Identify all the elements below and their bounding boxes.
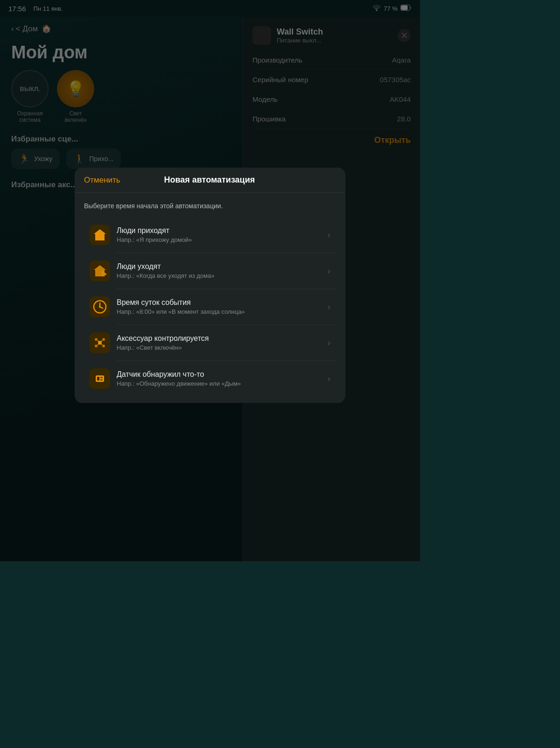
people-leave-text: Люди уходят Напр.: «Когда все уходят из …	[117, 262, 324, 279]
svg-point-12	[99, 306, 101, 308]
modal-cancel-button[interactable]: Отменить	[84, 176, 120, 185]
time-of-day-subtitle: Напр.: «8:00» или «В момент захода солнц…	[117, 308, 324, 315]
sensor-chevron-icon: ›	[328, 374, 330, 384]
time-of-day-text: Время суток события Напр.: «8:00» или «В…	[117, 298, 324, 315]
sensor-option-text: Датчик обнаружил что-то Напр.: «Обнаруже…	[117, 370, 324, 387]
svg-point-14	[95, 338, 98, 341]
automation-modal: Отменить Новая автоматизация Выберите вр…	[75, 168, 345, 403]
modal-description: Выберите время начала этой автоматизации…	[84, 202, 336, 210]
option-people-leave[interactable]: Люди уходят Напр.: «Когда все уходят из …	[84, 254, 336, 288]
people-leave-subtitle: Напр.: «Когда все уходят из дома»	[117, 272, 324, 279]
modal-title: Новая автоматизация	[164, 175, 255, 185]
svg-point-17	[102, 345, 105, 347]
option-people-arrive[interactable]: Люди приходят Напр.: «Я прихожу домой» ›	[84, 218, 336, 252]
divider-2	[117, 289, 336, 289]
time-of-day-chevron-icon: ›	[328, 302, 330, 312]
option-sensor[interactable]: Датчик обнаружил что-то Напр.: «Обнаруже…	[84, 362, 336, 395]
svg-point-3	[101, 235, 104, 238]
svg-rect-23	[97, 377, 99, 381]
divider-1	[117, 253, 336, 253]
people-arrive-chevron-icon: ›	[328, 230, 330, 240]
svg-rect-24	[100, 377, 103, 378]
svg-line-19	[101, 340, 102, 342]
people-leave-title: Люди уходят	[117, 262, 324, 271]
svg-marker-2	[94, 229, 106, 240]
svg-line-18	[98, 340, 99, 342]
people-arrive-icon	[90, 225, 110, 245]
accessory-option-title: Аксессуар контролируется	[117, 334, 324, 343]
svg-point-7	[101, 271, 104, 274]
accessory-icon	[90, 332, 110, 353]
sensor-icon	[90, 368, 110, 389]
svg-line-20	[98, 344, 99, 345]
svg-marker-6	[94, 265, 106, 276]
time-of-day-title: Время суток события	[117, 298, 324, 307]
time-icon	[90, 296, 110, 317]
people-arrive-text: Люди приходят Напр.: «Я прихожу домой»	[117, 226, 324, 243]
modal-header: Отменить Новая автоматизация	[75, 168, 345, 193]
svg-rect-22	[96, 375, 104, 382]
svg-point-16	[95, 345, 98, 347]
accessory-option-text: Аксессуар контролируется Напр.: «Свет вк…	[117, 334, 324, 351]
divider-3	[117, 325, 336, 325]
divider-4	[117, 360, 336, 361]
sensor-option-subtitle: Напр.: «Обнаружено движение» или «Дым»	[117, 380, 324, 387]
modal-body: Выберите время начала этой автоматизации…	[75, 193, 345, 403]
people-leave-icon	[90, 261, 110, 281]
option-accessory[interactable]: Аксессуар контролируется Напр.: «Свет вк…	[84, 326, 336, 360]
accessory-option-subtitle: Напр.: «Свет включён»	[117, 344, 324, 351]
accessory-chevron-icon: ›	[328, 338, 330, 348]
people-arrive-title: Люди приходят	[117, 226, 324, 235]
people-leave-chevron-icon: ›	[328, 266, 330, 276]
option-time-of-day[interactable]: Время суток события Напр.: «8:00» или «В…	[84, 290, 336, 324]
sensor-option-title: Датчик обнаружил что-то	[117, 370, 324, 379]
svg-line-21	[101, 344, 102, 345]
svg-rect-25	[100, 379, 103, 381]
svg-point-15	[102, 338, 105, 341]
people-arrive-subtitle: Напр.: «Я прихожу домой»	[117, 236, 324, 243]
